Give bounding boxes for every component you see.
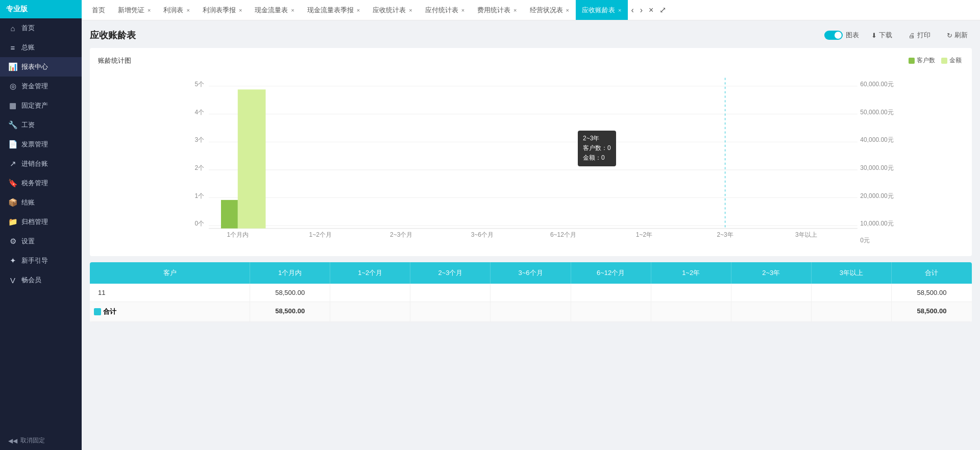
refresh-icon: ↻ bbox=[947, 32, 952, 39]
download-icon: ⬇ bbox=[871, 32, 877, 39]
tab-profit-quarterly-close[interactable]: × bbox=[239, 7, 242, 13]
tab-ar-stats-close[interactable]: × bbox=[409, 7, 412, 13]
sidebar-item-tax[interactable]: 🔖 税务管理 bbox=[0, 173, 82, 193]
invoice-icon: 📄 bbox=[8, 140, 17, 149]
total-label-text: 合计 bbox=[103, 307, 116, 316]
svg-text:1个月内: 1个月内 bbox=[227, 231, 249, 238]
tab-bar: 首页 新增凭证 × 利润表 × 利润表季报 × 现金流量表 × 现金流量表季报 … bbox=[82, 0, 980, 20]
tab-profit[interactable]: 利润表 × bbox=[157, 0, 196, 20]
close-accounts-icon: 📦 bbox=[8, 198, 17, 207]
svg-text:6~12个月: 6~12个月 bbox=[550, 231, 576, 238]
tab-prev-button[interactable]: ‹ bbox=[628, 0, 636, 20]
tab-cashflow-quarterly[interactable]: 现金流量表季报 × bbox=[301, 0, 366, 20]
tab-voucher-close[interactable]: × bbox=[148, 7, 151, 13]
vip-icon: V bbox=[8, 276, 17, 285]
sidebar-item-settings[interactable]: ⚙ 设置 bbox=[0, 232, 82, 251]
tab-cashflow[interactable]: 现金流量表 × bbox=[249, 0, 301, 20]
svg-text:30,000.00元: 30,000.00元 bbox=[860, 164, 893, 171]
tab-close-all-button[interactable]: × bbox=[646, 0, 656, 20]
sidebar-item-label: 设置 bbox=[21, 237, 35, 246]
sidebar-item-label: 首页 bbox=[21, 23, 35, 33]
col-header-y3plus: 3年以上 bbox=[812, 262, 892, 284]
total-total: 58,500.00 bbox=[892, 302, 972, 321]
tab-home[interactable]: 首页 bbox=[86, 0, 112, 20]
tab-next-button[interactable]: › bbox=[637, 0, 646, 20]
sidebar-item-assets[interactable]: ▦ 固定资产 bbox=[0, 96, 82, 115]
tab-ap-stats[interactable]: 应付统计表 × bbox=[419, 0, 471, 20]
print-label: 打印 bbox=[917, 31, 930, 40]
tab-profit-close[interactable]: × bbox=[186, 7, 189, 13]
unpin-button[interactable]: ◀◀ 取消固定 bbox=[0, 431, 82, 450]
sidebar-item-sales[interactable]: ↗ 进销台账 bbox=[0, 154, 82, 173]
sidebar-item-label: 固定资产 bbox=[21, 101, 48, 110]
tab-business-status[interactable]: 经营状况表 × bbox=[524, 0, 576, 20]
tab-ar-stats[interactable]: 应收统计表 × bbox=[366, 0, 419, 20]
sidebar: 专业版 ⌂ 首页 ≡ 总账 📊 报表中心 ◎ 资金管理 ▦ 固定资产 🔧 工资 … bbox=[0, 0, 82, 450]
sidebar-item-label: 畅会员 bbox=[21, 276, 41, 285]
sidebar-item-vip[interactable]: V 畅会员 bbox=[0, 270, 82, 290]
unpin-label: 取消固定 bbox=[20, 436, 45, 445]
tab-home-label: 首页 bbox=[92, 6, 105, 15]
tab-ar-aging[interactable]: 应收账龄表 × bbox=[576, 0, 628, 20]
assets-icon: ▦ bbox=[8, 101, 17, 110]
tab-cashflow-quarterly-close[interactable]: × bbox=[357, 7, 360, 13]
sidebar-item-archive[interactable]: 📁 归档管理 bbox=[0, 212, 82, 232]
sidebar-item-ledger[interactable]: ≡ 总账 bbox=[0, 38, 82, 57]
page-actions: 图表 ⬇ 下载 🖨 打印 ↻ 刷新 bbox=[824, 29, 972, 42]
tab-cashflow-close[interactable]: × bbox=[291, 7, 294, 13]
main-content: 首页 新增凭证 × 利润表 × 利润表季报 × 现金流量表 × 现金流量表季报 … bbox=[82, 0, 980, 450]
svg-text:20,000.00元: 20,000.00元 bbox=[860, 192, 893, 199]
col-header-m12: 1~2个月 bbox=[330, 262, 410, 284]
legend-customers: 客户数 bbox=[909, 56, 935, 65]
tax-icon: 🔖 bbox=[8, 179, 17, 188]
svg-text:3个: 3个 bbox=[194, 136, 204, 143]
total-y3plus bbox=[812, 302, 892, 321]
tab-ar-aging-close[interactable]: × bbox=[618, 7, 621, 13]
table-total-row: 合计 58,500.00 58,500.00 bbox=[90, 302, 972, 322]
sidebar-item-home[interactable]: ⌂ 首页 bbox=[0, 18, 82, 38]
tab-business-status-close[interactable]: × bbox=[566, 7, 569, 13]
tab-expense-stats[interactable]: 费用统计表 × bbox=[471, 0, 523, 20]
svg-text:60,000.00元: 60,000.00元 bbox=[860, 81, 893, 88]
total-m12 bbox=[330, 302, 410, 321]
sidebar-item-guide[interactable]: ✦ 新手引导 bbox=[0, 251, 82, 270]
tab-voucher-label: 新增凭证 bbox=[118, 6, 144, 15]
col-header-y23: 2~3年 bbox=[731, 262, 812, 284]
download-button[interactable]: ⬇ 下载 bbox=[867, 29, 896, 42]
settings-icon: ⚙ bbox=[8, 237, 17, 246]
data-table: 客户 1个月内 1~2个月 2~3个月 3~6个月 6~12个月 1~2年 2~… bbox=[90, 262, 972, 322]
tab-ap-stats-close[interactable]: × bbox=[461, 7, 464, 13]
col-header-m36: 3~6个月 bbox=[491, 262, 571, 284]
sidebar-item-label: 总账 bbox=[21, 43, 35, 52]
total-y12 bbox=[651, 302, 731, 321]
tab-expense-stats-close[interactable]: × bbox=[513, 7, 517, 13]
cell-total: 58,500.00 bbox=[892, 284, 972, 302]
sidebar-item-close[interactable]: 📦 结账 bbox=[0, 193, 82, 212]
sidebar-item-reports[interactable]: 📊 报表中心 bbox=[0, 57, 82, 77]
refresh-button[interactable]: ↻ 刷新 bbox=[943, 29, 972, 42]
table-header: 客户 1个月内 1~2个月 2~3个月 3~6个月 6~12个月 1~2年 2~… bbox=[90, 262, 972, 284]
chart-toggle[interactable]: 图表 bbox=[824, 31, 859, 40]
bar-amount-0 bbox=[238, 89, 266, 228]
print-button[interactable]: 🖨 打印 bbox=[904, 29, 935, 42]
total-label-cell: 合计 bbox=[90, 302, 250, 321]
toggle-track[interactable] bbox=[824, 31, 843, 40]
tab-voucher[interactable]: 新增凭证 × bbox=[112, 0, 157, 20]
home-icon: ⌂ bbox=[8, 24, 17, 33]
tab-expand-button[interactable]: ⤢ bbox=[656, 0, 669, 20]
app-logo: 专业版 bbox=[0, 0, 82, 18]
tab-expense-stats-label: 费用统计表 bbox=[477, 6, 510, 15]
bar-customers-0 bbox=[221, 200, 238, 229]
cell-y3plus bbox=[812, 284, 892, 302]
sidebar-item-funds[interactable]: ◎ 资金管理 bbox=[0, 77, 82, 96]
col-header-total: 合计 bbox=[892, 262, 972, 284]
col-header-m23: 2~3个月 bbox=[410, 262, 491, 284]
tab-profit-quarterly[interactable]: 利润表季报 × bbox=[197, 0, 249, 20]
sidebar-item-invoice[interactable]: 📄 发票管理 bbox=[0, 135, 82, 154]
table-row: 11 58,500.00 58,500.00 bbox=[90, 284, 972, 302]
sidebar-item-label: 结账 bbox=[21, 198, 35, 207]
sidebar-item-payroll[interactable]: 🔧 工资 bbox=[0, 115, 82, 135]
total-y23 bbox=[731, 302, 812, 321]
download-label: 下载 bbox=[879, 31, 892, 40]
tab-ar-stats-label: 应收统计表 bbox=[373, 6, 406, 15]
